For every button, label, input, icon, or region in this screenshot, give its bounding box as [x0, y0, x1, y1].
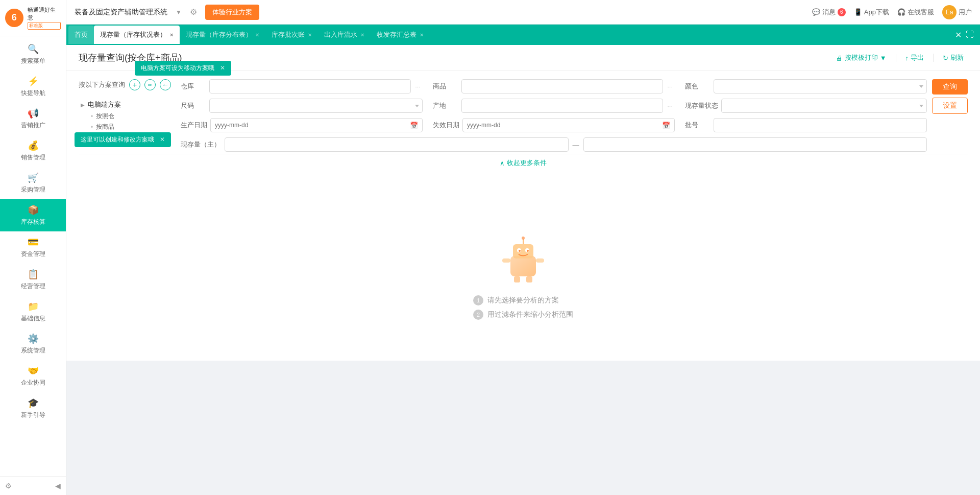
tab-batch-close[interactable]: ✕	[308, 32, 312, 38]
sidebar-item-nav[interactable]: ⚡ 快捷导航	[0, 70, 66, 103]
search-button[interactable]: 查询	[932, 79, 968, 95]
experience-button[interactable]: 体验行业方案	[205, 5, 259, 20]
tab-flow-close[interactable]: ✕	[360, 32, 364, 38]
prod-cal-icon[interactable]: 📅	[410, 122, 418, 129]
qty-max-input[interactable]	[583, 137, 927, 152]
tab-batch[interactable]: 库存批次账 ✕	[265, 26, 318, 44]
user-area[interactable]: Ea 用户	[942, 5, 972, 19]
sidebar-item-marketing[interactable]: 📢 营销推广	[0, 103, 66, 135]
message-icon: 💬	[812, 8, 820, 16]
refresh-label: 刷新	[950, 53, 964, 62]
origin-dots-icon[interactable]: ···	[665, 102, 675, 110]
sidebar-item-sales[interactable]: 💰 销售管理	[0, 135, 66, 167]
collapse-sidebar-btn[interactable]: ◀	[55, 482, 61, 490]
sidebar-item-system[interactable]: ⚙️ 系统管理	[0, 328, 66, 360]
sidebar-item-search[interactable]: 🔍 搜索菜单	[0, 38, 66, 70]
size-control	[209, 99, 423, 113]
sidebar-item-inventory[interactable]: 📦 库存核算	[0, 199, 66, 231]
purchase-icon: 🛒	[28, 172, 39, 183]
tree-item-pc[interactable]: ▶ 电脑端方案	[79, 99, 177, 111]
headset-icon: 🎧	[897, 8, 905, 16]
sidebar-item-guide[interactable]: 🎓 新手引导	[0, 392, 66, 425]
tooltip1-close[interactable]: ✕	[220, 64, 225, 72]
tab-flow[interactable]: 出入库流水 ✕	[318, 26, 371, 44]
print-btn[interactable]: 🖨 按模板打印 ▼	[832, 51, 891, 64]
tab-home[interactable]: 首页	[68, 26, 94, 44]
empty-steps: 1 请先选择要分析的方案 2 用过滤条件来缩小分析范围	[473, 295, 573, 320]
goods-dots-icon[interactable]: ···	[665, 83, 675, 90]
sidebar-item-collab[interactable]: 🤝 企业协同	[0, 360, 66, 392]
svg-rect-0	[510, 256, 536, 276]
prod-date-control: 📅	[210, 118, 423, 132]
inventory-icon: 📦	[28, 204, 39, 216]
prod-date-input[interactable]	[215, 122, 408, 129]
export-label: 导出	[911, 53, 924, 62]
content-area: 现存量查询(按仓库+商品) 🖨 按模板打印 ▼ ↑ 导出 ↻ 刷新	[66, 45, 980, 495]
warehouse-input[interactable]	[209, 79, 411, 93]
operations-icon: 📋	[28, 269, 39, 280]
edit-scheme-btn[interactable]: ✏	[144, 79, 156, 90]
settings-gear-icon[interactable]: ⚙	[190, 7, 197, 17]
collapse-bar[interactable]: ∧ 收起更多条件	[79, 154, 968, 172]
sidebar-item-operations[interactable]: 📋 经营管理	[0, 264, 66, 296]
refresh-btn[interactable]: ↻ 刷新	[939, 51, 968, 64]
step-num-2: 2	[473, 310, 483, 320]
tooltip2-close[interactable]: ✕	[160, 136, 165, 143]
tab-inventory-dist-label: 现存量（库存分布表）	[186, 30, 252, 39]
svg-rect-7	[526, 276, 532, 282]
origin-input[interactable]	[461, 99, 663, 113]
exp-date-control: 📅	[462, 118, 675, 132]
qty-min-input[interactable]	[225, 137, 569, 152]
add-scheme-btn[interactable]: +	[129, 79, 140, 90]
step-num-1: 1	[473, 295, 483, 305]
online-support-btn[interactable]: 🎧 在线客服	[897, 8, 934, 17]
tab-inventory-dist[interactable]: 现存量（库存分布表） ✕	[180, 26, 265, 44]
tree-sub-label-1: 按照仓	[96, 112, 114, 121]
warehouse-control: ···	[209, 79, 423, 93]
tab-inventory-dist-close[interactable]: ✕	[255, 32, 259, 38]
close-all-tabs-icon[interactable]: ✕	[955, 30, 962, 40]
tree-pc-children: • 按照仓 • 按商品	[79, 111, 177, 132]
warehouse-dots-icon[interactable]: ···	[413, 83, 423, 90]
tab-inventory-status[interactable]: 现存量（库存状况表） ✕	[94, 26, 180, 44]
color-select[interactable]	[714, 79, 927, 93]
tab-summary-label: 收发存汇总表	[377, 30, 416, 39]
inv-status-select[interactable]	[721, 99, 927, 113]
online-support-label: 在线客服	[908, 8, 934, 17]
size-select[interactable]	[209, 99, 423, 113]
app-download-btn[interactable]: 📱 App下载	[854, 8, 889, 17]
set-button[interactable]: 设置	[932, 98, 968, 114]
scheme-arrow-btn[interactable]: ←	[160, 79, 171, 90]
sidebar-item-purchase[interactable]: 🛒 采购管理	[0, 167, 66, 199]
fullscreen-icon[interactable]: ⛶	[966, 30, 974, 40]
inv-status-control	[721, 99, 927, 113]
message-btn[interactable]: 💬 消息 6	[812, 8, 846, 17]
sidebar-item-finance[interactable]: 💳 资金管理	[0, 231, 66, 264]
prod-date-label: 生产日期	[181, 121, 207, 130]
divider1	[896, 54, 896, 62]
exp-cal-icon[interactable]: 📅	[662, 122, 670, 129]
svg-point-4	[519, 250, 521, 252]
tab-inventory-status-close[interactable]: ✕	[169, 32, 174, 38]
settings-bottom-btn[interactable]: ⚙	[5, 482, 12, 490]
filter-header: 按以下方案查询 + ✏ ← 电脑方案可设为移动方案哦 ✕	[79, 79, 177, 90]
tree-sub-item-1[interactable]: • 按照仓	[89, 111, 177, 122]
sidebar-item-basic[interactable]: 📁 基础信息	[0, 296, 66, 328]
goods-input[interactable]	[461, 79, 663, 93]
tree-sub-item-2[interactable]: • 按商品	[89, 122, 177, 132]
exp-date-wrap: 📅	[462, 118, 675, 132]
batch-input[interactable]	[714, 118, 927, 132]
inv-status-label: 现存量状态	[685, 101, 718, 110]
batch-control	[714, 118, 927, 132]
system-name: 装备及固定资产辅助管理系统	[75, 8, 167, 17]
basic-icon: 📁	[28, 301, 39, 312]
tab-summary[interactable]: 收发存汇总表 ✕	[371, 26, 430, 44]
tab-summary-close[interactable]: ✕	[420, 32, 424, 38]
collab-icon: 🤝	[28, 365, 39, 376]
export-icon: ↑	[905, 54, 909, 62]
export-btn[interactable]: ↑ 导出	[901, 51, 928, 64]
logo-badge: 标准版	[28, 22, 61, 30]
sales-icon: 💰	[28, 140, 39, 151]
batch-label: 批号	[685, 121, 710, 130]
exp-date-input[interactable]	[467, 122, 660, 129]
